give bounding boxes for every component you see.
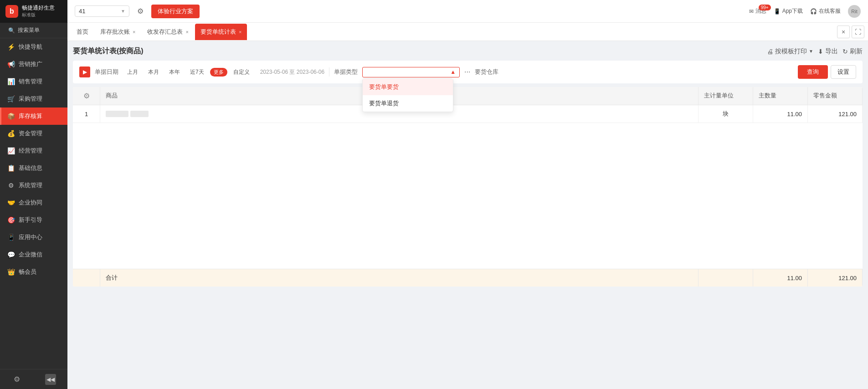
sidebar-item-sales[interactable]: 📊 销售管理	[0, 73, 67, 90]
chevron-down-icon: ▼	[121, 9, 125, 14]
sidebar-item-label: 基础信息	[19, 164, 42, 172]
date-more[interactable]: 更多	[210, 68, 227, 77]
service-btn[interactable]: 🎧 在线客服	[810, 7, 841, 15]
user-name: Rit	[851, 9, 857, 14]
tab-expand-btn[interactable]: ⛶	[852, 26, 864, 38]
sidebar-item-label: 快捷导航	[19, 43, 42, 51]
headset-icon: 🎧	[810, 8, 817, 15]
date-custom[interactable]: 自定义	[229, 67, 254, 77]
tab-order-stats[interactable]: 要货单统计表 ×	[195, 24, 247, 40]
settings-filter-btn[interactable]: 设置	[831, 65, 856, 79]
message-icon: ✉	[749, 8, 754, 15]
inventory-icon: 📦	[7, 112, 15, 120]
logo-icon: b	[5, 5, 18, 18]
sidebar-item-appstore[interactable]: 📱 应用中心	[0, 229, 67, 246]
print-btn[interactable]: 🖨 按模板打印 ▼	[767, 47, 813, 56]
topbar-right: ✉ 消息 99+ 📱 App下载 🎧 在线客服 Rit	[749, 5, 861, 18]
industry-btn[interactable]: 体验行业方案	[151, 5, 200, 18]
dropdown-item-order-return[interactable]: 要货单退货	[363, 95, 453, 112]
refresh-btn[interactable]: ↻ 刷新	[842, 47, 863, 56]
sidebar-item-label: 系统管理	[19, 181, 42, 189]
system-icon: ⚙	[7, 181, 15, 189]
type-select[interactable]: ▲	[362, 67, 460, 77]
page-title: 要货单统计表(按商品)	[73, 46, 144, 56]
col-settings[interactable]: ⚙	[73, 87, 100, 105]
app-sub: 标准版	[22, 12, 55, 18]
filter-more-btn[interactable]: ···	[464, 68, 470, 76]
date-last7days[interactable]: 近7天	[186, 67, 208, 77]
print-label: 按模板打印	[775, 47, 807, 56]
sidebar-item-finance[interactable]: 💰 资金管理	[0, 125, 67, 142]
dropdown-item-order-goods[interactable]: 要货单要货	[363, 79, 453, 95]
tab-home-label: 首页	[77, 28, 88, 36]
table-row: 1 块 11.00 121.00	[73, 105, 863, 123]
guide-icon: 🎯	[7, 216, 15, 224]
col-amount: 零售金额	[808, 87, 863, 105]
sidebar-item-guide[interactable]: 🎯 新手引导	[0, 211, 67, 229]
sidebar-item-enterprise[interactable]: 🤝 企业协同	[0, 194, 67, 211]
marketing-icon: 📢	[7, 60, 15, 68]
content-area: 要货单统计表(按商品) 🖨 按模板打印 ▼ ⬇ 导出 ↻ 刷新	[67, 41, 868, 389]
tab-order-stats-close[interactable]: ×	[239, 29, 241, 35]
tab-batch-account-label: 库存批次账	[100, 28, 130, 36]
sidebar-item-marketing[interactable]: 📢 营销推广	[0, 56, 67, 73]
filter-bar: ▶ 单据日期 上月 本月 本年 近7天 更多 自定义 2023-05-06 至 …	[73, 61, 863, 83]
tab-batch-account[interactable]: 库存批次账 ×	[95, 24, 141, 40]
finance-icon: 💰	[7, 129, 15, 138]
tab-receipt-summary[interactable]: 收发存汇总表 ×	[142, 24, 194, 40]
type-select-arrow: ▲	[450, 69, 456, 75]
sidebar-item-label: 畅会员	[19, 268, 36, 276]
sidebar-search[interactable]: 🔍 搜索菜单	[0, 23, 67, 38]
sidebar-collapse-btn[interactable]: ◀◀	[45, 374, 56, 385]
sidebar-item-wechat[interactable]: 💬 企业微信	[0, 246, 67, 263]
date-pills: 上月 本月 本年 近7天 更多 自定义	[123, 67, 254, 77]
tab-order-stats-label: 要货单统计表	[200, 28, 236, 36]
table-header: ⚙ 商品 主计量单位 主数量 零售金额	[73, 87, 863, 105]
filter-actions: 查询 设置	[798, 65, 856, 79]
product-name-2	[130, 111, 149, 117]
tab-batch-account-close[interactable]: ×	[133, 29, 135, 35]
sidebar-item-quick-nav[interactable]: ⚡ 快捷导航	[0, 38, 67, 56]
sidebar-item-inventory[interactable]: 📦 库存核算	[0, 107, 67, 125]
col-unit: 主计量单位	[699, 87, 753, 105]
type-dropdown-menu: 要货单要货 要货单退货	[362, 78, 453, 112]
tab-receipt-summary-close[interactable]: ×	[185, 29, 188, 35]
footer-empty-1	[73, 269, 100, 287]
topbar-settings-btn[interactable]: ⚙	[134, 5, 147, 18]
date-this-year[interactable]: 本年	[165, 67, 184, 77]
app-download-btn[interactable]: 📱 App下载	[774, 7, 803, 15]
type-filter-label: 单据类型	[334, 68, 358, 76]
messages-btn[interactable]: ✉ 消息 99+	[749, 7, 766, 15]
product-display	[106, 111, 149, 117]
tab-close-all-btn[interactable]: ×	[837, 26, 850, 38]
type-select-wrapper: ▲ 要货单要货 要货单退货	[362, 67, 460, 77]
date-last-month[interactable]: 上月	[123, 67, 142, 77]
cell-qty: 11.00	[753, 105, 808, 123]
service-label: 在线客服	[819, 7, 841, 15]
sidebar-item-operations[interactable]: 📈 经营管理	[0, 142, 67, 159]
topbar-company-selector[interactable]: 41 ▼	[75, 5, 129, 17]
sidebar-item-label: 新手引导	[19, 216, 42, 224]
sidebar-item-basic-info[interactable]: 📋 基础信息	[0, 159, 67, 177]
date-filter-label: 单据日期	[95, 68, 118, 76]
tab-home[interactable]: 首页	[71, 24, 94, 40]
sidebar: b 畅捷通好生意 标准版 🔍 搜索菜单 ⚡ 快捷导航 📢 营销推广 📊 销售管理…	[0, 0, 67, 389]
tabs-bar: 首页 库存批次账 × 收发存汇总表 × 要货单统计表 × × ⛶	[67, 23, 868, 41]
date-this-month[interactable]: 本月	[144, 67, 163, 77]
company-value: 41	[79, 8, 85, 15]
query-btn[interactable]: 查询	[798, 65, 828, 79]
page-header: 要货单统计表(按商品) 🖨 按模板打印 ▼ ⬇ 导出 ↻ 刷新	[73, 46, 863, 56]
sidebar-item-system[interactable]: ⚙ 系统管理	[0, 177, 67, 194]
user-avatar[interactable]: Rit	[848, 5, 861, 18]
filter-expand-btn[interactable]: ▶	[79, 67, 90, 77]
wechat-icon: 💬	[7, 251, 15, 259]
sidebar-settings-btn[interactable]: ⚙	[12, 373, 22, 385]
type-input[interactable]	[366, 69, 448, 76]
sidebar-item-member[interactable]: 👑 畅会员	[0, 263, 67, 281]
printer-icon: 🖨	[767, 48, 773, 55]
table-container: ⚙ 商品 主计量单位 主数量 零售金额 1 块 11.00 121.00	[73, 87, 863, 287]
sidebar-item-purchase[interactable]: 🛒 采购管理	[0, 90, 67, 107]
export-btn[interactable]: ⬇ 导出	[818, 47, 838, 56]
tabs-right: × ⛶	[837, 26, 864, 38]
messages-badge: 99+	[759, 5, 771, 10]
